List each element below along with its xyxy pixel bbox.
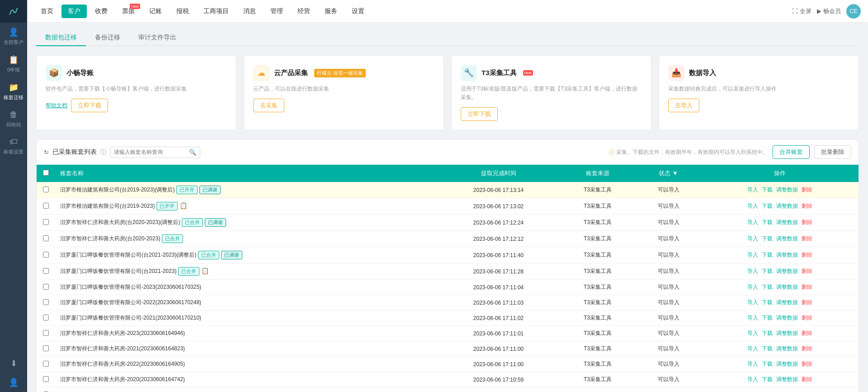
select-all-checkbox[interactable] xyxy=(43,170,49,176)
action-导入[interactable]: 导入 xyxy=(747,361,758,367)
action-导入[interactable]: 导入 xyxy=(747,299,758,306)
vip-btn[interactable]: ▶ 畅会员 xyxy=(817,7,841,15)
action-调整数据[interactable]: 调整数据 xyxy=(776,376,798,382)
action-调整数据[interactable]: 调整数据 xyxy=(776,299,798,306)
sidebar-item-tag-settings[interactable]: 🏷 标签设置 xyxy=(0,133,27,160)
action-调整数据[interactable]: 调整数据 xyxy=(776,284,798,290)
nav-tax[interactable]: 报税 xyxy=(170,5,195,18)
sidebar-item-account-migration[interactable]: 📁 账套迁移 xyxy=(0,78,27,105)
action-删除[interactable]: 删除 xyxy=(802,299,812,306)
action-导入[interactable]: 导入 xyxy=(747,235,758,242)
action-导入[interactable]: 导入 xyxy=(747,203,758,209)
action-删除[interactable]: 删除 xyxy=(802,376,812,382)
nav-home[interactable]: 首页 xyxy=(34,5,60,18)
action-调整数据[interactable]: 调整数据 xyxy=(776,315,798,321)
nav-bookkeeping[interactable]: 记账 xyxy=(143,5,168,18)
action-删除[interactable]: 删除 xyxy=(802,284,812,290)
search-input[interactable] xyxy=(114,149,186,155)
sidebar-item-zero-report[interactable]: 📋 0申报 xyxy=(0,50,27,78)
action-调整数据[interactable]: 调整数据 xyxy=(776,252,798,258)
action-调整数据[interactable]: 调整数据 xyxy=(776,235,798,242)
action-调整数据[interactable]: 调整数据 xyxy=(776,219,798,225)
nav-clients[interactable]: 客户 xyxy=(61,5,87,18)
t3-download-btn[interactable]: 立即下载 xyxy=(461,107,498,121)
action-下载[interactable]: 下载 xyxy=(762,315,773,321)
row-checkbox[interactable] xyxy=(43,345,49,351)
tab-audit-export[interactable]: 审计文件导出 xyxy=(129,30,185,46)
action-下载[interactable]: 下载 xyxy=(762,299,773,306)
nav-business[interactable]: 工商项目 xyxy=(197,5,235,18)
nav-settings[interactable]: 设置 xyxy=(345,5,371,18)
go-collect-btn[interactable]: 去采集 xyxy=(253,99,284,112)
action-调整数据[interactable]: 调整数据 xyxy=(776,203,798,209)
fullscreen-btn[interactable]: ⛶ 全屏 xyxy=(792,7,811,15)
action-下载[interactable]: 下载 xyxy=(762,252,773,258)
row-checkbox[interactable] xyxy=(43,203,49,209)
row-checkbox[interactable] xyxy=(43,330,49,336)
action-删除[interactable]: 删除 xyxy=(802,219,812,225)
row-icon[interactable]: 📋 xyxy=(179,202,187,209)
sidebar-item-all-clients[interactable]: 👤 全部客户 xyxy=(0,23,27,50)
go-import-btn[interactable]: 去导入 xyxy=(668,99,699,112)
action-下载[interactable]: 下载 xyxy=(762,284,773,290)
action-删除[interactable]: 删除 xyxy=(802,315,812,321)
action-下载[interactable]: 下载 xyxy=(762,345,773,352)
tab-data-migration[interactable]: 数据包迁移 xyxy=(36,30,86,46)
action-删除[interactable]: 删除 xyxy=(802,186,812,193)
row-checkbox[interactable] xyxy=(43,376,49,382)
action-导入[interactable]: 导入 xyxy=(747,330,758,336)
action-导入[interactable]: 导入 xyxy=(747,252,758,258)
action-调整数据[interactable]: 调整数据 xyxy=(776,268,798,274)
avatar[interactable]: CE xyxy=(846,4,861,19)
action-删除[interactable]: 删除 xyxy=(802,203,812,209)
merge-btn[interactable]: 合并账套 xyxy=(773,145,810,159)
action-调整数据[interactable]: 调整数据 xyxy=(776,330,798,336)
action-删除[interactable]: 删除 xyxy=(802,361,812,367)
download-now-btn[interactable]: 立即下载 xyxy=(71,99,108,112)
nav-billing[interactable]: 收费 xyxy=(89,5,114,18)
row-checkbox[interactable] xyxy=(43,268,49,274)
action-导入[interactable]: 导入 xyxy=(747,219,758,225)
row-checkbox[interactable] xyxy=(43,284,49,290)
row-icon[interactable]: 📋 xyxy=(201,267,209,274)
row-checkbox[interactable] xyxy=(43,299,49,305)
search-icon[interactable]: 🔍 xyxy=(189,149,196,156)
action-下载[interactable]: 下载 xyxy=(762,330,773,336)
action-删除[interactable]: 删除 xyxy=(802,345,812,352)
action-下载[interactable]: 下载 xyxy=(762,203,773,209)
help-icon[interactable]: ⓘ xyxy=(100,148,106,156)
sidebar-item-recycle[interactable]: 🗑 回收站 xyxy=(0,105,27,133)
action-调整数据[interactable]: 调整数据 xyxy=(776,345,798,352)
action-导入[interactable]: 导入 xyxy=(747,315,758,321)
row-checkbox[interactable] xyxy=(43,219,49,225)
nav-invoice[interactable]: 票据 new xyxy=(116,5,141,18)
nav-messages[interactable]: 消息 xyxy=(237,5,262,18)
batch-delete-btn[interactable]: 批量删除 xyxy=(814,145,851,159)
nav-operations[interactable]: 经营 xyxy=(291,5,316,18)
nav-service[interactable]: 服务 xyxy=(318,5,344,18)
sidebar-item-download[interactable]: ⬇ xyxy=(0,354,27,373)
action-下载[interactable]: 下载 xyxy=(762,235,773,242)
row-checkbox[interactable] xyxy=(43,315,49,320)
action-下载[interactable]: 下载 xyxy=(762,361,773,367)
action-调整数据[interactable]: 调整数据 xyxy=(776,186,798,193)
action-下载[interactable]: 下载 xyxy=(762,376,773,382)
action-导入[interactable]: 导入 xyxy=(747,376,758,382)
action-下载[interactable]: 下载 xyxy=(762,186,773,193)
row-checkbox[interactable] xyxy=(43,361,49,367)
action-导入[interactable]: 导入 xyxy=(747,186,758,193)
row-checkbox[interactable] xyxy=(43,252,49,258)
help-doc-btn[interactable]: 帮助文档 xyxy=(46,99,67,112)
action-删除[interactable]: 删除 xyxy=(802,330,812,336)
action-导入[interactable]: 导入 xyxy=(747,345,758,352)
nav-management[interactable]: 管理 xyxy=(264,5,289,18)
sidebar-item-user-bottom[interactable]: 👤 xyxy=(0,373,27,392)
refresh-icon[interactable]: ↻ xyxy=(44,149,49,156)
app-logo[interactable] xyxy=(0,0,27,23)
action-下载[interactable]: 下载 xyxy=(762,268,773,274)
action-删除[interactable]: 删除 xyxy=(802,235,812,242)
action-调整数据[interactable]: 调整数据 xyxy=(776,361,798,367)
row-checkbox[interactable] xyxy=(43,235,49,241)
action-导入[interactable]: 导入 xyxy=(747,268,758,274)
action-下载[interactable]: 下载 xyxy=(762,219,773,225)
